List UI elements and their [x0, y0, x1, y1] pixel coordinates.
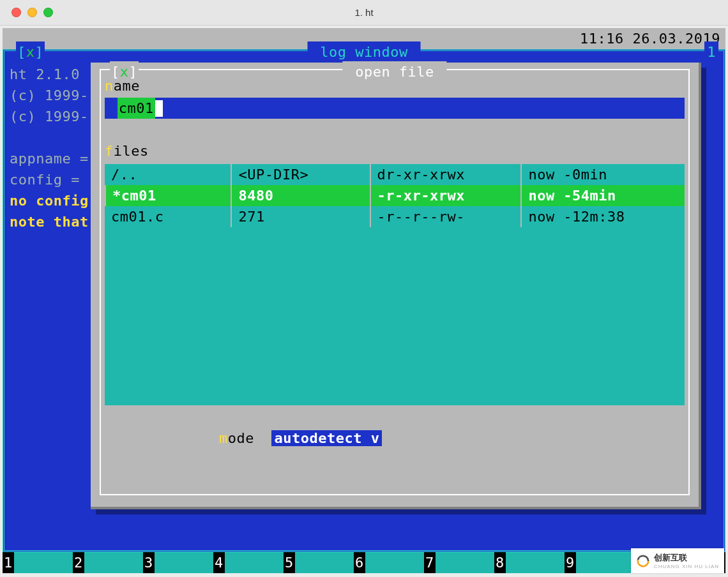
file-name: /.. — [105, 164, 231, 185]
mode-select[interactable]: autodetect v — [271, 430, 382, 446]
files-label: files — [105, 140, 685, 161]
log-window: [x] log window 1 ht 2.1.0 (c) 1999- (c) … — [3, 49, 725, 552]
dialog-title: open file — [342, 61, 446, 82]
dialog-close[interactable]: [x] — [110, 61, 139, 82]
file-row-selected[interactable]: *cm01 8480 -r-xr-xrwx now -54min — [105, 185, 685, 206]
file-name: *cm01 — [105, 185, 231, 206]
file-time: now -0min — [520, 164, 685, 185]
file-row[interactable]: cm01.c 271 -r--r--rw- now -12m:38 — [105, 206, 685, 227]
file-size: <UP-DIR> — [231, 164, 369, 185]
function-bar[interactable]: 1 2 3 4 5 6 7 8 9 — [3, 552, 725, 573]
file-perms: -r-xr-xrwx — [370, 185, 521, 206]
window-titlebar: 1. ht — [0, 0, 728, 26]
log-window-frame: [x] log window 1 ht 2.1.0 (c) 1999- (c) … — [3, 49, 725, 552]
fn-3[interactable]: 3 — [143, 552, 213, 573]
text-cursor — [155, 100, 163, 117]
fn-1[interactable]: 1 — [3, 552, 73, 573]
file-perms: -r--r--rw- — [370, 206, 521, 227]
watermark-icon — [636, 554, 650, 568]
fn-4[interactable]: 4 — [213, 552, 284, 573]
fn-6[interactable]: 6 — [354, 552, 424, 573]
fn-2[interactable]: 2 — [73, 552, 143, 573]
file-size: 8480 — [231, 185, 369, 206]
watermark-py: CHUANG XIN HU LIAN — [654, 564, 719, 569]
fn-5[interactable]: 5 — [284, 552, 354, 573]
fn-8[interactable]: 8 — [494, 552, 565, 573]
file-time: now -12m:38 — [520, 206, 685, 227]
file-row-parent[interactable]: /.. <UP-DIR> dr-xr-xrwx now -0min — [105, 164, 685, 185]
watermark-cn: 创新互联 — [654, 552, 719, 564]
watermark: 创新互联 CHUANG XIN HU LIAN — [631, 548, 724, 573]
log-text: ht 2.1.0 (c) 1999- (c) 1999- appname = c… — [10, 64, 89, 232]
terminal: File Edit Windows Help 11:16 26.03.2019 … — [3, 28, 725, 573]
file-time: now -54min — [520, 185, 685, 206]
log-window-title: log window — [308, 41, 421, 63]
log-window-index: 1 — [704, 41, 718, 63]
file-list[interactable]: /.. <UP-DIR> dr-xr-xrwx now -0min *cm01 … — [105, 164, 685, 405]
fn-9[interactable]: 9 — [565, 552, 635, 573]
file-name: cm01.c — [105, 206, 231, 227]
file-perms: dr-xr-xrwx — [370, 164, 521, 185]
log-window-close[interactable]: [x] — [16, 41, 45, 63]
name-input-value[interactable]: cm01 — [118, 98, 155, 119]
open-file-dialog[interactable]: [x] open file name cm01 files — [91, 63, 701, 509]
file-size: 271 — [231, 206, 369, 227]
dialog-frame: [x] open file name cm01 files — [100, 69, 690, 495]
mode-row: mode autodetect v — [114, 407, 382, 470]
name-input[interactable]: cm01 — [105, 98, 685, 119]
fn-7[interactable]: 7 — [424, 552, 494, 573]
window-title: 1. ht — [0, 7, 728, 18]
